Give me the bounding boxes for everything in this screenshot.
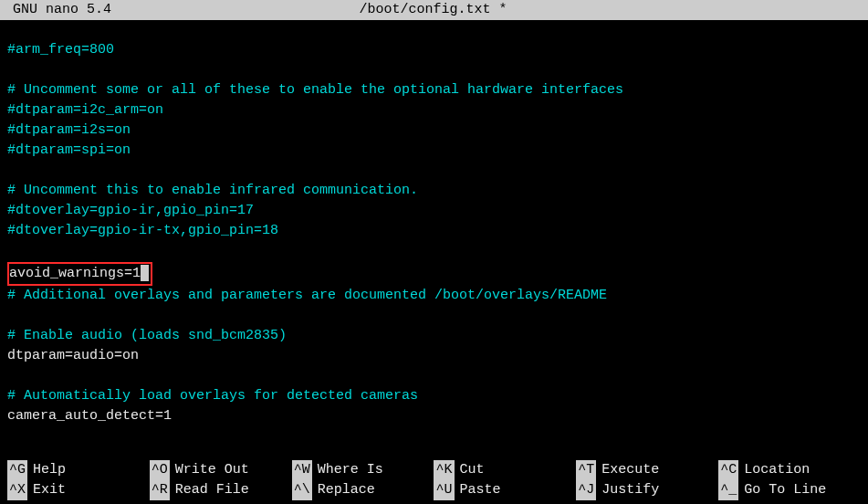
editor-line: #dtoverlay=gpio-ir,gpio_pin=17 [7, 203, 254, 218]
shortcut-label: Exit [33, 480, 66, 500]
editor-line [7, 368, 16, 383]
shortcut-label: Location [744, 460, 810, 480]
shortcut-key: ^X [7, 480, 27, 500]
shortcut-exit[interactable]: ^XExit [7, 480, 150, 500]
editor-line: camera_auto_detect=1 [7, 408, 172, 424]
editor-line: # Additional overlays and parameters are… [7, 288, 607, 303]
shortcut-key: ^G [7, 460, 27, 480]
shortcut-where-is[interactable]: ^WWhere Is [292, 460, 434, 480]
shortcut-goto-line[interactable]: ^_Go To Line [718, 480, 861, 500]
shortcut-key: ^\ [292, 480, 312, 500]
shortcut-row: ^GHelp ^OWrite Out ^WWhere Is ^KCut ^TEx… [7, 460, 861, 480]
shortcut-key: ^O [150, 460, 170, 480]
editor-line: #dtoverlay=gpio-ir-tx,gpio_pin=18 [7, 223, 278, 238]
shortcut-label: Go To Line [744, 480, 826, 500]
editor-line: #dtparam=spi=on [7, 142, 131, 158]
shortcut-key: ^J [576, 480, 596, 500]
shortcut-label: Help [33, 460, 66, 480]
shortcut-execute[interactable]: ^TExecute [576, 460, 718, 480]
shortcut-label: Cut [460, 460, 485, 480]
shortcut-paste[interactable]: ^UPaste [434, 480, 576, 500]
shortcut-label: Write Out [175, 460, 249, 480]
editor-line: dtparam=audio=on [7, 348, 139, 363]
shortcut-read-file[interactable]: ^RRead File [150, 480, 292, 500]
editor-area[interactable]: #arm_freq=800 # Uncomment some or all of… [0, 20, 868, 426]
shortcut-key: ^U [434, 480, 454, 500]
highlighted-text: avoid_warnings=1 [9, 266, 141, 281]
shortcut-row: ^XExit ^RRead File ^\Replace ^UPaste ^JJ… [7, 480, 861, 500]
file-name: /boot/config.txt * [111, 0, 755, 20]
app-name: GNU nano 5.4 [4, 0, 111, 20]
shortcut-key: ^C [718, 460, 738, 480]
editor-line: #arm_freq=800 [7, 42, 114, 58]
shortcut-key: ^T [576, 460, 596, 480]
shortcut-location[interactable]: ^CLocation [718, 460, 861, 480]
shortcut-write-out[interactable]: ^OWrite Out [150, 460, 292, 480]
editor-line: # Enable audio (loads snd_bcm2835) [7, 328, 287, 343]
editor-line: # Uncomment this to enable infrared comm… [7, 183, 418, 198]
shortcut-key: ^_ [718, 480, 738, 500]
editor-line [7, 62, 16, 78]
titlebar: GNU nano 5.4 /boot/config.txt * [0, 0, 868, 20]
editor-line [7, 163, 16, 178]
shortcut-key: ^R [150, 480, 170, 500]
shortcut-label: Where Is [318, 460, 383, 480]
editor-line: #dtparam=i2c_arm=on [7, 102, 163, 118]
shortcut-replace[interactable]: ^\Replace [292, 480, 434, 500]
shortcut-key: ^W [292, 460, 312, 480]
editor-line: # Uncomment some or all of these to enab… [7, 82, 623, 98]
editor-line: #dtparam=i2s=on [7, 122, 131, 138]
shortcut-help[interactable]: ^GHelp [7, 460, 150, 480]
cursor [141, 265, 149, 281]
highlighted-line: avoid_warnings=1 [7, 262, 152, 286]
shortcut-label: Paste [460, 480, 501, 500]
editor-line [7, 308, 16, 323]
shortcut-cut[interactable]: ^KCut [434, 460, 576, 480]
shortcut-label: Read File [175, 480, 249, 500]
shortcut-label: Justify [601, 480, 659, 500]
shortcut-key: ^K [434, 460, 454, 480]
shortcut-label: Replace [318, 480, 375, 500]
shortcut-label: Execute [601, 460, 659, 480]
editor-line: # Automatically load overlays for detect… [7, 388, 418, 404]
editor-line [7, 244, 16, 259]
shortcut-bar: ^GHelp ^OWrite Out ^WWhere Is ^KCut ^TEx… [0, 460, 868, 500]
shortcut-justify[interactable]: ^JJustify [576, 480, 718, 500]
